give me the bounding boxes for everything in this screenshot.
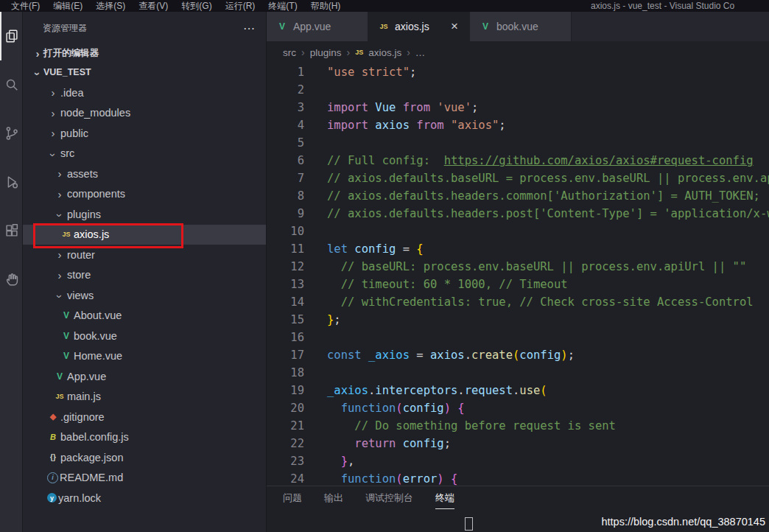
code-editor[interactable]: 1"use strict";23import Vue from 'vue';4i…: [267, 63, 769, 488]
code-line[interactable]: 8// axios.defaults.headers.common['Autho…: [267, 187, 769, 205]
code-line[interactable]: 20 function(config) {: [267, 399, 769, 417]
menu-item-g[interactable]: 转到(G): [175, 0, 218, 12]
sidebar-sections: ›打开的编辑器›VUE_TEST: [23, 44, 266, 83]
breadcrumb-item-src[interactable]: src: [283, 47, 296, 58]
tree-item-yarn-lock[interactable]: yyarn.lock: [23, 488, 266, 508]
line-number[interactable]: 4: [267, 116, 304, 134]
line-number[interactable]: 1: [267, 63, 304, 81]
code-line[interactable]: 7// axios.defaults.baseURL = process.env…: [267, 169, 769, 187]
code-line[interactable]: 4import axios from "axios";: [267, 116, 769, 134]
tab-axios-js[interactable]: JSaxios.js×: [368, 12, 470, 41]
code-line[interactable]: 16: [267, 329, 769, 346]
panel-tab-debug-console[interactable]: 调试控制台: [365, 491, 413, 509]
menu-item-v[interactable]: 查看(V): [132, 0, 175, 12]
line-number[interactable]: 5: [267, 134, 304, 152]
breadcrumb-item-plugins[interactable]: plugins: [310, 47, 342, 58]
panel-tab-problems[interactable]: 问题: [283, 491, 302, 509]
tree-item-gitignore[interactable]: ◆.gitignore: [23, 407, 266, 427]
tree-item-plugins[interactable]: ›plugins: [23, 204, 266, 225]
menu-item-r[interactable]: 运行(R): [219, 0, 262, 12]
tree-item-readme-md[interactable]: iREADME.md: [23, 468, 266, 489]
more-actions-icon[interactable]: ⋯: [243, 21, 256, 35]
section-workspace-root[interactable]: ›VUE_TEST: [23, 62, 266, 83]
tree-item-views[interactable]: ›views: [23, 285, 266, 306]
line-number[interactable]: 11: [267, 240, 304, 258]
line-number[interactable]: 13: [267, 276, 304, 293]
line-number[interactable]: 17: [267, 346, 304, 364]
menu-item-t[interactable]: 终端(T): [261, 0, 303, 12]
menu-item-h[interactable]: 帮助(H): [304, 0, 348, 12]
close-icon[interactable]: ×: [449, 19, 460, 34]
menu-item-e[interactable]: 编辑(E): [46, 0, 89, 12]
code-line[interactable]: 10: [267, 223, 769, 240]
run-debug-icon[interactable]: [0, 158, 22, 206]
breadcrumb-item-axios-js[interactable]: axios.js: [368, 47, 401, 58]
code-line[interactable]: 2: [267, 81, 769, 99]
section-open-editors[interactable]: ›打开的编辑器: [23, 44, 266, 62]
code-line[interactable]: 19_axios.interceptors.request.use(: [267, 382, 769, 399]
code-line[interactable]: 18: [267, 364, 769, 382]
tree-item-axios-js[interactable]: JSaxios.js: [23, 225, 266, 245]
code-line[interactable]: 1"use strict";: [267, 63, 769, 81]
tree-item-public[interactable]: ›public: [23, 123, 266, 144]
code-line[interactable]: 5: [267, 134, 769, 152]
line-number[interactable]: 3: [267, 99, 304, 116]
code-line[interactable]: 14 // withCredentials: true, // Check cr…: [267, 293, 769, 311]
code-line[interactable]: 12 // baseURL: process.env.baseURL || pr…: [267, 258, 769, 276]
breadcrumb-item-item[interactable]: …: [415, 47, 426, 58]
panel-tab-terminal[interactable]: 终端: [435, 491, 454, 509]
code-line[interactable]: 13 // timeout: 60 * 1000, // Timeout: [267, 276, 769, 293]
tab-app-vue[interactable]: VApp.vue: [267, 12, 368, 41]
line-number[interactable]: 14: [267, 293, 304, 311]
panel-tab-output[interactable]: 输出: [324, 491, 343, 509]
tree-item-node-modules[interactable]: ›node_modules: [23, 103, 266, 124]
line-number[interactable]: 21: [267, 417, 304, 435]
hand-icon[interactable]: [0, 255, 22, 304]
tree-item-app-vue[interactable]: VApp.vue: [23, 366, 266, 387]
tree-item-store[interactable]: ›store: [23, 265, 266, 286]
line-number[interactable]: 18: [267, 364, 304, 382]
code-line[interactable]: 3import Vue from 'vue';: [267, 99, 769, 116]
line-number[interactable]: 23: [267, 452, 304, 470]
code-line[interactable]: 17const _axios = axios.create(config);: [267, 346, 769, 364]
line-number[interactable]: 16: [267, 329, 304, 346]
line-number[interactable]: 15: [267, 311, 304, 329]
extensions-icon[interactable]: [0, 206, 22, 255]
explorer-icon[interactable]: [0, 12, 22, 60]
tree-item-about-vue[interactable]: VAbout.vue: [23, 306, 266, 326]
tree-item-babel-config-js[interactable]: Bbabel.config.js: [23, 427, 266, 448]
code-line[interactable]: 9// axios.defaults.headers.post['Content…: [267, 205, 769, 223]
code-line[interactable]: 15};: [267, 311, 769, 329]
code-line[interactable]: 22 return config;: [267, 435, 769, 452]
tree-item-router[interactable]: ›router: [23, 245, 266, 265]
line-number[interactable]: 10: [267, 223, 304, 240]
tree-item-idea[interactable]: ›.idea: [23, 83, 266, 103]
code-line-text: import axios from "axios";: [327, 116, 506, 134]
code-line[interactable]: 21 // Do something before request is sen…: [267, 417, 769, 435]
code-line[interactable]: 11let config = {: [267, 240, 769, 258]
tree-item-label: node_modules: [60, 107, 130, 119]
tree-item-package-json[interactable]: {}package.json: [23, 447, 266, 468]
code-line[interactable]: 6// Full config: https://github.com/axio…: [267, 152, 769, 169]
tree-item-assets[interactable]: ›assets: [23, 164, 266, 184]
tree-item-book-vue[interactable]: Vbook.vue: [23, 326, 266, 346]
tab-book-vue[interactable]: Vbook.vue: [470, 12, 572, 41]
line-number[interactable]: 19: [267, 382, 304, 399]
tree-item-home-vue[interactable]: VHome.vue: [23, 346, 266, 367]
menu-item-f[interactable]: 文件(F): [4, 0, 46, 12]
menu-item-s[interactable]: 选择(S): [89, 0, 132, 12]
tree-item-src[interactable]: ›src: [23, 144, 266, 164]
line-number[interactable]: 20: [267, 399, 304, 417]
source-control-icon[interactable]: [0, 109, 22, 158]
line-number[interactable]: 6: [267, 152, 304, 169]
line-number[interactable]: 8: [267, 187, 304, 205]
line-number[interactable]: 22: [267, 435, 304, 452]
search-icon[interactable]: [0, 60, 22, 109]
line-number[interactable]: 12: [267, 258, 304, 276]
line-number[interactable]: 2: [267, 81, 304, 99]
line-number[interactable]: 7: [267, 169, 304, 187]
line-number[interactable]: 9: [267, 205, 304, 223]
tree-item-main-js[interactable]: JSmain.js: [23, 387, 266, 407]
tree-item-components[interactable]: ›components: [23, 184, 266, 205]
code-line[interactable]: 23 },: [267, 452, 769, 470]
